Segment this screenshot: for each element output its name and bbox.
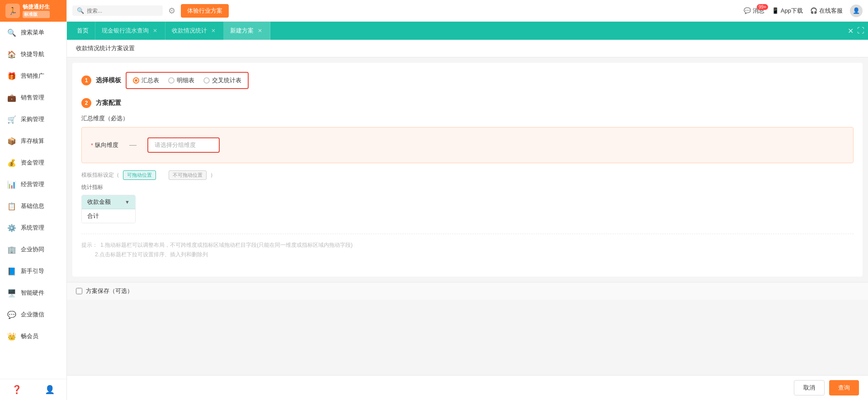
search-box[interactable]: 🔍	[72, 5, 163, 16]
sidebar-item-inventory[interactable]: 📦 库存核算	[0, 130, 66, 152]
settings-icon[interactable]: ⚙	[168, 6, 175, 16]
trial-button[interactable]: 体验行业方案	[181, 4, 229, 18]
help-button[interactable]: ❓	[10, 383, 24, 396]
tab-expand-icon[interactable]: ⛶	[857, 27, 864, 35]
dimension-area: * 纵向维度 — 请选择分组维度	[81, 127, 854, 163]
home-icon: 🏠	[7, 50, 16, 59]
radio-detail[interactable]: 明细表	[168, 76, 194, 85]
tab-bank-close[interactable]: ✕	[151, 27, 159, 34]
tips-section: 提示： 1.拖动标题栏可以调整布局，不可跨维度或指标区域拖动栏目字段(只能在同一…	[81, 234, 854, 259]
metrics-section: 模板指标设定（ 可拖动位置 不可拖动位置 ） 统计指标 收款金额	[81, 170, 854, 225]
tab-bank-label: 现金银行流水查询	[102, 27, 149, 35]
query-button[interactable]: 查询	[829, 380, 859, 395]
message-icon: 💬	[744, 7, 751, 14]
sidebar-item-label: 资金管理	[21, 159, 44, 167]
sidebar-item-label: 采购管理	[21, 115, 44, 123]
metrics-column-header[interactable]: 收款金额 ▼	[82, 195, 135, 209]
tips-label: 提示：	[81, 241, 98, 249]
user-avatar[interactable]: 👤	[850, 5, 863, 17]
message-button[interactable]: 💬 消息 99+	[744, 7, 764, 15]
metrics-dropdown-icon[interactable]: ▼	[125, 199, 130, 205]
radio-detail-circle	[168, 77, 175, 84]
service-button[interactable]: 🎧 在线客服	[810, 7, 843, 15]
sidebar-item-search-menu[interactable]: 🔍 搜索菜单	[0, 22, 66, 43]
save-checkbox[interactable]	[76, 288, 82, 294]
tabbar-end: ✕ ⛶	[848, 27, 864, 35]
metrics-hint-label: 模板指标设定（	[81, 171, 119, 179]
step1-number: 1	[81, 75, 91, 85]
sidebar-item-label: 系统管理	[21, 224, 44, 232]
sidebar-item-label: 库存核算	[21, 137, 44, 145]
radio-summary[interactable]: 汇总表	[133, 76, 159, 85]
message-badge: 99+	[757, 4, 768, 10]
stats-title: 统计指标	[81, 184, 854, 191]
radio-cross[interactable]: 交叉统计表	[203, 76, 241, 85]
sidebar-item-wechat[interactable]: 💬 企业微信	[0, 304, 66, 325]
tab-close-all-icon[interactable]: ✕	[848, 27, 854, 35]
sidebar-item-basic[interactable]: 📋 基础信息	[0, 195, 66, 217]
sidebar-item-marketing[interactable]: 🎁 营销推广	[0, 65, 66, 87]
radio-cross-circle	[203, 77, 210, 84]
sidebar-item-label: 新手引导	[21, 267, 44, 275]
sidebar-item-operation[interactable]: 📊 经营管理	[0, 174, 66, 195]
search-input[interactable]	[87, 8, 150, 14]
search-icon: 🔍	[77, 7, 84, 14]
sidebar-item-label: 基础信息	[21, 202, 44, 210]
content-area: 收款情况统计方案设置 1 选择模板 汇总表 明细表	[67, 40, 868, 375]
gear-icon: ⚙️	[7, 224, 16, 232]
sidebar-item-capital[interactable]: 💰 资金管理	[0, 152, 66, 174]
dimension-arrow-icon: —	[129, 141, 137, 149]
dimension-placeholder: 请选择分组维度	[155, 141, 196, 149]
sidebar-item-member[interactable]: 👑 畅会员	[0, 325, 66, 347]
topbar: 🔍 ⚙ 体验行业方案 💬 消息 99+ 📱 App下载 🎧 在线客服 👤	[67, 0, 868, 22]
sidebar-item-label: 营销推广	[21, 72, 44, 80]
tab-new-plan[interactable]: 新建方案 ✕	[224, 22, 270, 40]
group-dimension-select[interactable]: 请选择分组维度	[147, 137, 220, 153]
clipboard-icon: 📋	[7, 202, 16, 211]
tab-home[interactable]: 首页	[71, 22, 95, 40]
sidebar-item-purchase[interactable]: 🛒 采购管理	[0, 108, 66, 130]
summary-dimension-title: 汇总维度（必选）	[81, 114, 854, 122]
config-section: 汇总维度（必选） * 纵向维度 — 请选择分组维度	[81, 114, 854, 259]
tab-new-plan-close[interactable]: ✕	[256, 27, 264, 34]
page-header: 收款情况统计方案设置	[67, 40, 868, 57]
sidebar-item-guide[interactable]: 📘 新手引导	[0, 260, 66, 282]
metrics-total-label: 合计	[87, 212, 99, 219]
gift-icon: 🎁	[7, 72, 16, 80]
logo-badge: 标准版	[23, 11, 50, 18]
step2-title: 方案配置	[96, 99, 121, 107]
cancel-button[interactable]: 取消	[794, 380, 825, 395]
tab-receipt-close[interactable]: ✕	[210, 27, 217, 34]
vertical-label-text: 纵向维度	[95, 141, 118, 149]
chart-icon: 📊	[7, 180, 16, 189]
user-button[interactable]: 👤	[43, 383, 57, 396]
chat-icon: 💬	[7, 311, 16, 319]
metrics-header-label: 收款金额	[87, 198, 111, 206]
sidebar-item-label: 经营管理	[21, 180, 44, 188]
crown-icon: 👑	[7, 332, 16, 341]
briefcase-icon: 💼	[7, 94, 16, 102]
sidebar-item-system[interactable]: ⚙️ 系统管理	[0, 217, 66, 239]
sidebar-item-smart[interactable]: 🖥️ 智能硬件	[0, 282, 66, 304]
radio-summary-label: 汇总表	[142, 76, 159, 85]
hint-connector	[160, 171, 165, 179]
sidebar-item-quick-nav[interactable]: 🏠 快捷导航	[0, 43, 66, 65]
step2-label: 2 方案配置	[81, 98, 854, 108]
box-icon: 📦	[7, 137, 16, 146]
service-icon: 🎧	[810, 7, 817, 14]
topbar-right: 💬 消息 99+ 📱 App下载 🎧 在线客服 👤	[744, 5, 863, 17]
step1-label: 1 选择模板 汇总表 明细表 交叉统计表	[81, 72, 854, 89]
step2-number: 2	[81, 98, 91, 108]
download-button[interactable]: 📱 App下载	[772, 7, 803, 15]
tip1-text: 1.拖动标题栏可以调整布局，不可跨维度或指标区域拖动栏目字段(只能在同一维度或指…	[100, 241, 353, 249]
tip1-row: 提示： 1.拖动标题栏可以调整布局，不可跨维度或指标区域拖动栏目字段(只能在同一…	[81, 241, 854, 249]
stats-title-text: 统计指标	[81, 184, 103, 190]
sidebar-item-sales[interactable]: 💼 销售管理	[0, 87, 66, 108]
sidebar-item-enterprise[interactable]: 🏢 企业协同	[0, 239, 66, 260]
search-menu-icon: 🔍	[7, 28, 16, 37]
tab-bank[interactable]: 现金银行流水查询 ✕	[95, 22, 165, 40]
hint-close-bracket: ）	[210, 171, 216, 179]
sidebar-item-label: 企业协同	[21, 245, 44, 254]
sidebar-item-label: 快捷导航	[21, 50, 44, 58]
tab-receipt[interactable]: 收款情况统计 ✕	[165, 22, 224, 40]
